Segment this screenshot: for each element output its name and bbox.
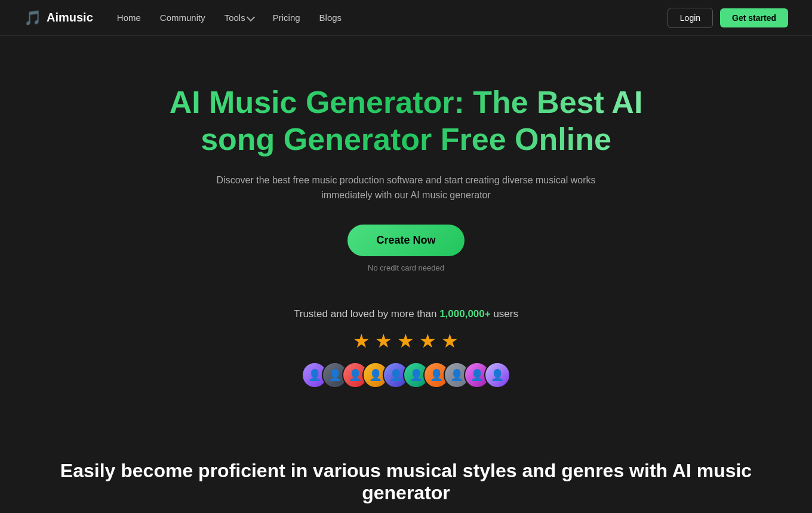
- no-credit-card-text: No credit card needed: [368, 263, 444, 272]
- star-4: ★: [419, 330, 436, 352]
- star-2: ★: [375, 330, 392, 352]
- nav-link-pricing[interactable]: Pricing: [273, 13, 300, 23]
- trust-section: Trusted and loved by more than 1,000,000…: [294, 308, 518, 388]
- create-now-button[interactable]: Create Now: [347, 225, 464, 256]
- nav-link-tools[interactable]: Tools: [224, 13, 254, 23]
- navbar-right: Login Get started: [668, 8, 788, 28]
- logo-text: Aimusic: [47, 11, 93, 24]
- logo[interactable]: 🎵 Aimusic: [24, 10, 93, 26]
- star-1: ★: [353, 330, 370, 352]
- avatars-row: 👤 👤 👤 👤 👤 👤 👤 👤 👤 👤: [302, 362, 510, 388]
- nav-link-blogs[interactable]: Blogs: [319, 13, 342, 23]
- avatar-10: 👤: [484, 362, 510, 388]
- chevron-down-icon: [247, 13, 255, 21]
- star-3: ★: [397, 330, 414, 352]
- hero-section: AI Music Generator: The Best AI song Gen…: [0, 36, 812, 424]
- nav-link-community[interactable]: Community: [160, 13, 205, 23]
- login-button[interactable]: Login: [668, 8, 713, 28]
- nav-link-home[interactable]: Home: [117, 13, 141, 23]
- stars-row: ★ ★ ★ ★ ★: [353, 330, 459, 352]
- trust-highlight: 1,000,000+: [439, 308, 491, 320]
- section-title: Easily become proficient in various musi…: [0, 424, 812, 513]
- hero-subtitle: Discover the best free music production …: [215, 173, 597, 203]
- trust-suffix: users: [491, 308, 518, 320]
- hero-title: AI Music Generator: The Best AI song Gen…: [137, 84, 675, 158]
- star-5: ★: [441, 330, 459, 352]
- navbar-left: 🎵 Aimusic Home Community Tools Pricing B…: [24, 10, 342, 26]
- musical-styles-section: Easily become proficient in various musi…: [0, 424, 812, 513]
- navbar: 🎵 Aimusic Home Community Tools Pricing B…: [0, 0, 812, 36]
- logo-icon: 🎵: [24, 10, 42, 26]
- trust-text: Trusted and loved by more than 1,000,000…: [294, 308, 518, 320]
- trust-prefix: Trusted and loved by more than: [294, 308, 439, 320]
- get-started-button[interactable]: Get started: [720, 8, 788, 27]
- nav-links: Home Community Tools Pricing Blogs: [117, 13, 342, 23]
